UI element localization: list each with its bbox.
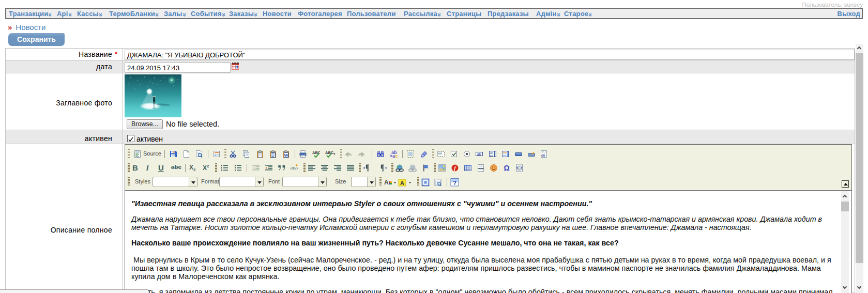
svg-text:A: A bbox=[400, 180, 404, 186]
svg-text:co: co bbox=[541, 153, 545, 157]
svg-text:?: ? bbox=[453, 180, 456, 186]
svg-text:c: c bbox=[395, 153, 398, 158]
svg-text:ABC: ABC bbox=[325, 150, 334, 155]
svg-text:ab: ab bbox=[477, 152, 481, 156]
svg-text:cd: cd bbox=[490, 154, 493, 157]
svg-text:W: W bbox=[284, 153, 288, 158]
svg-text:A: A bbox=[384, 179, 389, 186]
svg-text:Ω: Ω bbox=[504, 164, 509, 172]
